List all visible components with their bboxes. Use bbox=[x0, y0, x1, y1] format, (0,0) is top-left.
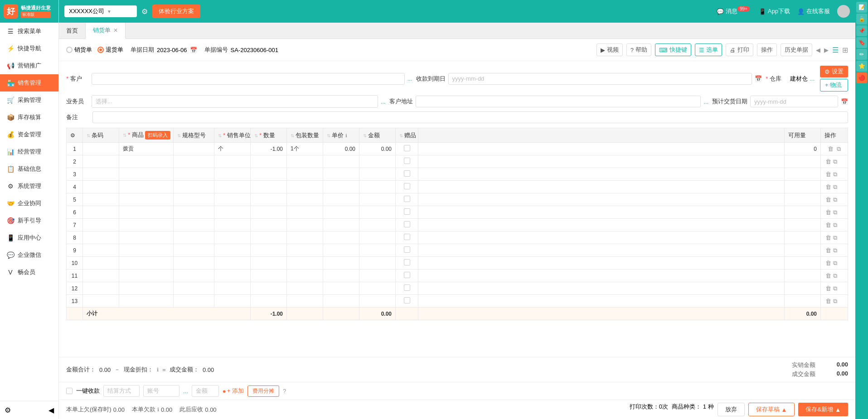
copy-icon-3[interactable]: ⧉ bbox=[833, 171, 837, 178]
delete-icon-3[interactable]: 🗑 bbox=[825, 171, 831, 178]
warehouse-dots[interactable]: ... bbox=[810, 75, 815, 82]
th-qty: ⇅ * 数量 bbox=[251, 128, 287, 143]
nav-next-icon[interactable]: ▶ bbox=[824, 47, 829, 53]
content-area: 销货单 退货单 单据日期 2023-06-06 📅 单据编号 SA-202306… bbox=[59, 39, 855, 419]
sidebar-item-basics[interactable]: 📋 基础信息 bbox=[0, 160, 58, 178]
company-selector[interactable]: XXXXXX公司 ▼ bbox=[64, 5, 137, 17]
help-button[interactable]: ? 帮助 bbox=[626, 43, 651, 56]
app-download-button[interactable]: 📱 App下载 bbox=[759, 7, 790, 15]
customer-addr-input[interactable] bbox=[416, 96, 701, 107]
radio-sales-order[interactable]: 销货单 bbox=[66, 46, 92, 54]
row-spec-1[interactable] bbox=[174, 143, 214, 155]
trial-button[interactable]: 体验行业方案 bbox=[152, 5, 200, 18]
avatar[interactable] bbox=[837, 5, 850, 18]
sidebar-item-member[interactable]: V 畅会员 bbox=[0, 264, 58, 281]
tab-home[interactable]: 首页 bbox=[59, 23, 86, 39]
copy-icon-2[interactable]: ⧉ bbox=[833, 158, 837, 165]
flow-button[interactable]: + 物流 bbox=[820, 79, 848, 92]
sidebar-item-label: 应用中心 bbox=[18, 234, 41, 242]
sidebar-item-sales[interactable]: 🏪 销售管理 bbox=[0, 74, 58, 92]
settings-button[interactable]: ⚙ 设置 bbox=[820, 66, 848, 77]
save-draft-button[interactable]: 保存草稿 ▲ bbox=[748, 403, 795, 416]
abandon-button[interactable]: 放弃 bbox=[718, 403, 745, 416]
customer-dots[interactable]: ... bbox=[407, 75, 412, 82]
view-list-icon[interactable]: ☰ bbox=[832, 46, 839, 54]
sidebar-item-guide[interactable]: 🎯 新手引导 bbox=[0, 212, 58, 229]
tab-sales-order[interactable]: 销货单 ✕ bbox=[86, 23, 126, 39]
right-panel-icon-4[interactable]: 🔖 bbox=[856, 37, 867, 48]
shortcuts-button[interactable]: ⌨ 快捷键 bbox=[655, 43, 691, 56]
row-gift-1[interactable] bbox=[396, 143, 418, 155]
right-panel-icon-3[interactable]: 📌 bbox=[856, 25, 867, 36]
add-payment-button[interactable]: ● + 添加 bbox=[223, 387, 244, 395]
gift-checkbox-2[interactable] bbox=[404, 158, 410, 164]
row-amount-1[interactable]: 0.00 bbox=[359, 143, 396, 155]
history-button[interactable]: 历史单据 bbox=[781, 43, 812, 56]
sidebar-item-apps[interactable]: 📱 应用中心 bbox=[0, 229, 58, 246]
account-dots[interactable]: ... bbox=[183, 388, 188, 395]
gift-checkbox-1[interactable] bbox=[404, 145, 410, 151]
view-grid-icon[interactable]: ⊞ bbox=[842, 46, 848, 54]
price-info-icon: ℹ bbox=[345, 133, 347, 138]
payment-amount-input[interactable]: 金额 bbox=[192, 385, 219, 397]
salesperson-dots[interactable]: ... bbox=[381, 98, 386, 105]
sidebar-item-label: 库存核算 bbox=[18, 113, 41, 121]
th-settings[interactable]: ⚙ bbox=[67, 128, 83, 143]
delete-icon-1[interactable]: 🗑 bbox=[828, 145, 834, 152]
sidebar-item-quicknav[interactable]: ⚡ 快捷导航 bbox=[0, 40, 58, 57]
row-unit-1[interactable]: 个 bbox=[214, 143, 251, 155]
sidebar-item-system[interactable]: ⚙ 系统管理 bbox=[0, 178, 58, 195]
copy-icon-1[interactable]: ⧉ bbox=[837, 145, 841, 152]
payment-due-input[interactable]: yyyy-mm-dd bbox=[448, 73, 752, 85]
right-panel-icon-7[interactable]: 🔴 bbox=[856, 72, 867, 83]
settings-bottom-icon[interactable]: ⚙ bbox=[5, 406, 11, 414]
settings-icon[interactable]: ⚙ bbox=[141, 7, 148, 16]
account-input[interactable]: 账号 bbox=[143, 385, 179, 397]
select-button[interactable]: ☰ 选单 bbox=[695, 43, 722, 56]
sidebar-item-inventory[interactable]: 📦 库存核算 bbox=[0, 109, 58, 126]
right-panel-icon-5[interactable]: ✏ bbox=[856, 49, 867, 60]
one-click-checkbox[interactable] bbox=[66, 388, 73, 394]
save-new-button[interactable]: 保存&新增 ▲ bbox=[798, 403, 848, 416]
print-button[interactable]: 🖨 打印 bbox=[726, 43, 753, 56]
sidebar-item-wechat[interactable]: 💬 企业微信 bbox=[0, 246, 58, 264]
row-price-1[interactable]: 0.00 bbox=[323, 143, 359, 155]
online-service-button[interactable]: 👤 在线客服 bbox=[797, 7, 830, 15]
row-product-1[interactable]: 拨贡 bbox=[119, 143, 174, 155]
sidebar-item-marketing[interactable]: 📢 营销推广 bbox=[0, 57, 58, 74]
radio-return-order[interactable]: 退货单 bbox=[97, 46, 123, 54]
payment-due-calendar-icon[interactable]: 📅 bbox=[755, 75, 762, 82]
sidebar-item-enterprise[interactable]: 🤝 企业协同 bbox=[0, 195, 58, 212]
collapse-icon[interactable]: ◀ bbox=[48, 406, 54, 414]
salesperson-input[interactable]: 选择... bbox=[92, 95, 378, 108]
row-pack-1[interactable]: 1个 bbox=[287, 143, 323, 155]
right-panel-icon-6[interactable]: ⭐ bbox=[856, 61, 867, 72]
expected-date-input[interactable]: yyyy-mm-dd bbox=[750, 96, 838, 107]
sidebar-item-management[interactable]: 📊 经营管理 bbox=[0, 143, 58, 160]
delete-icon-2[interactable]: 🗑 bbox=[825, 158, 831, 165]
expense-button[interactable]: 费用分摊 bbox=[247, 385, 279, 397]
sidebar-item-search[interactable]: ☰ 搜索菜单 bbox=[0, 23, 58, 40]
expected-date-cal-icon[interactable]: 📅 bbox=[841, 98, 848, 105]
sidebar-item-finance[interactable]: 💰 资金管理 bbox=[0, 126, 58, 143]
calc-method-input[interactable]: 结算方式 bbox=[103, 385, 140, 397]
sidebar-item-purchase[interactable]: 🛒 采购管理 bbox=[0, 92, 58, 109]
row-note-1[interactable] bbox=[418, 143, 785, 155]
notes-input[interactable] bbox=[92, 111, 848, 123]
video-button[interactable]: ▶ 视频 bbox=[596, 43, 623, 56]
row-qty-1[interactable]: -1.00 bbox=[251, 143, 287, 155]
form-header: 销货单 退货单 单据日期 2023-06-06 📅 单据编号 SA-202306… bbox=[59, 39, 855, 61]
row-barcode-1[interactable] bbox=[83, 143, 119, 155]
right-panel-icon-2[interactable]: 🔒 bbox=[856, 14, 867, 24]
tab-close-icon[interactable]: ✕ bbox=[113, 27, 118, 34]
customer-addr-dots[interactable]: ... bbox=[703, 98, 708, 105]
calendar-icon[interactable]: 📅 bbox=[190, 47, 197, 53]
nav-prev-icon[interactable]: ◀ bbox=[816, 47, 820, 53]
customer-input[interactable] bbox=[92, 73, 405, 85]
scan-button[interactable]: 扫码录入 bbox=[145, 131, 170, 140]
actions-label: 操作 bbox=[761, 46, 773, 54]
message-button[interactable]: 💬 消息 99+ bbox=[717, 7, 752, 15]
right-panel-icon-1[interactable]: 📝 bbox=[856, 2, 867, 13]
actions-button[interactable]: 操作 bbox=[757, 43, 777, 56]
sidebar-item-label: 新手引导 bbox=[18, 217, 41, 225]
